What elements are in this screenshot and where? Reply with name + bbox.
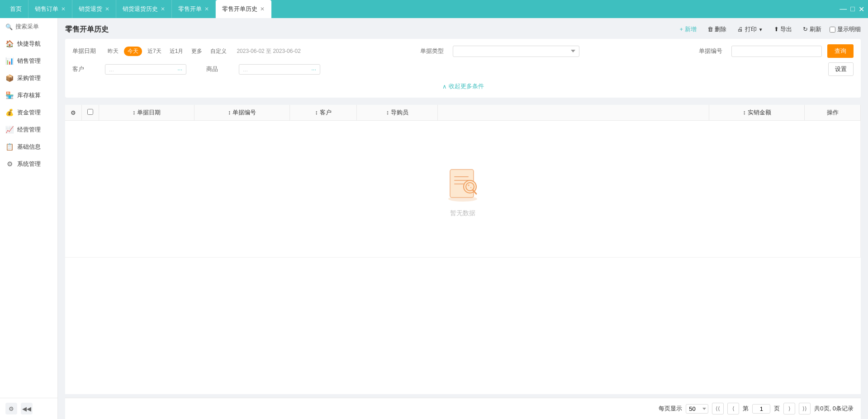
th-salesperson[interactable]: ↕ 导购员 xyxy=(356,105,438,121)
th-date[interactable]: ↕ 单据日期 xyxy=(99,105,194,121)
content-area: 零售开单历史 + 新增 🗑 删除 🖨 打印 ▼ ⬆ 导出 ↻ 刷新 显示明细 xyxy=(58,18,868,419)
sidebar-item-basic-info[interactable]: 📋 基础信息 xyxy=(0,138,57,155)
page-number-input[interactable] xyxy=(752,404,770,414)
per-page-select[interactable]: 50 10 20 100 xyxy=(686,404,708,414)
th-settings[interactable]: ⚙ xyxy=(65,105,82,121)
sidebar-item-sys-mgmt[interactable]: ⚙ 系统管理 xyxy=(0,155,57,173)
empty-text: 暂无数据 xyxy=(450,209,475,217)
sidebar-item-inventory[interactable]: 🏪 库存核算 xyxy=(0,87,57,104)
sidebar: 🔍 搜索采单 🏠 快捷导航 📊 销售管理 📦 采购管理 🏪 库存核算 💰 资金管… xyxy=(0,18,58,419)
top-bar-actions: — □ ✕ xyxy=(840,5,864,14)
last-page-btn[interactable]: ⟩⟩ xyxy=(799,403,811,414)
basic-info-icon: 📋 xyxy=(5,143,14,151)
customer-label: 客户 xyxy=(72,65,100,73)
tab-home[interactable]: 首页 xyxy=(4,0,28,18)
th-customer[interactable]: ↕ 客户 xyxy=(289,105,356,121)
window-minimize-icon[interactable]: — xyxy=(840,5,847,13)
table-settings-icon[interactable]: ⚙ xyxy=(71,109,76,116)
top-tabbar: 首页 销售订单 ✕ 销货退货 ✕ 销货退货历史 ✕ 零售开单 ✕ 零售开单历史 … xyxy=(0,0,868,18)
first-page-btn[interactable]: ⟨⟨ xyxy=(712,403,724,414)
shortcut-more[interactable]: 更多 xyxy=(189,47,205,56)
sidebar-item-finance[interactable]: 💰 资金管理 xyxy=(0,104,57,121)
doc-no-label: 单据编号 xyxy=(699,47,726,55)
sidebar-item-purchase-mgmt[interactable]: 📦 采购管理 xyxy=(0,70,57,87)
svg-point-10 xyxy=(470,187,472,188)
th-spacer xyxy=(438,105,709,121)
shortcut-yesterday[interactable]: 昨天 xyxy=(105,47,121,56)
empty-state: 暂无数据 xyxy=(71,124,855,254)
toolbar: + 新增 🗑 删除 🖨 打印 ▼ ⬆ 导出 ↻ 刷新 显示明细 xyxy=(677,24,861,35)
shortcut-today[interactable]: 今天 xyxy=(124,47,142,56)
sys-mgmt-icon: ⚙ xyxy=(5,160,14,168)
print-button[interactable]: 🖨 打印 ▼ xyxy=(735,24,766,35)
next-page-btn[interactable]: ⟩ xyxy=(783,403,795,414)
inventory-icon: 🏪 xyxy=(5,91,14,99)
query-button[interactable]: 查询 xyxy=(827,44,854,58)
print-dropdown-icon[interactable]: ▼ xyxy=(759,27,763,32)
page-header: 零售开单历史 + 新增 🗑 删除 🖨 打印 ▼ ⬆ 导出 ↻ 刷新 显示明细 xyxy=(58,18,868,39)
date-range-text: 2023-06-02 至 2023-06-02 xyxy=(237,47,300,55)
sidebar-item-quick-nav[interactable]: 🏠 快捷导航 xyxy=(0,35,57,52)
sidebar-item-sales-mgmt[interactable]: 📊 销售管理 xyxy=(0,52,57,70)
shortcut-custom[interactable]: 自定义 xyxy=(208,47,229,56)
refresh-button[interactable]: ↻ 刷新 xyxy=(800,24,824,35)
empty-state-cell: 暂无数据 xyxy=(65,121,861,258)
search-icon: 🔍 xyxy=(5,24,13,30)
pagination-bar: 每页显示 50 10 20 100 ⟨⟨ ⟨ 第 页 ⟩ ⟩⟩ 共0页, 0条记… xyxy=(65,398,861,419)
customer-picker-btn[interactable]: ··· xyxy=(177,66,182,73)
show-detail-checkbox[interactable] xyxy=(830,27,835,33)
total-text: 共0页, 0条记录 xyxy=(814,405,854,413)
delete-button[interactable]: 🗑 删除 xyxy=(705,24,730,35)
sidebar-search[interactable]: 🔍 搜索采单 xyxy=(0,18,57,35)
page-title: 零售开单历史 xyxy=(65,25,109,34)
sales-mgmt-icon: 📊 xyxy=(5,57,14,65)
tab-retail-open[interactable]: 零售开单 ✕ xyxy=(172,0,216,18)
table-wrapper: ⚙ ↕ 单据日期 ↕ 单据编号 xyxy=(65,105,861,394)
shortcut-last-month[interactable]: 近1月 xyxy=(167,47,186,56)
quick-nav-icon: 🏠 xyxy=(5,40,14,48)
show-detail-checkbox-wrapper[interactable]: 显示明细 xyxy=(830,25,861,33)
th-amount[interactable]: ↕ 实销金额 xyxy=(709,105,805,121)
empty-illustration xyxy=(440,160,485,206)
page-label: 第 xyxy=(743,405,749,413)
th-doc-no[interactable]: ↕ 单据编号 xyxy=(194,105,289,121)
add-button[interactable]: + 新增 xyxy=(677,24,699,35)
doc-type-select[interactable] xyxy=(453,46,579,57)
tab-close-sales-return[interactable]: ✕ xyxy=(105,6,109,12)
goods-picker-btn[interactable]: ··· xyxy=(311,66,316,73)
chevron-up-icon: ∧ xyxy=(442,83,447,90)
page-label-suffix: 页 xyxy=(774,405,780,413)
tab-sales-return-history[interactable]: 销货退货历史 ✕ xyxy=(116,0,172,18)
tab-retail-open-history[interactable]: 零售开单历史 ✕ xyxy=(216,0,271,18)
table-header-row: ⚙ ↕ 单据日期 ↕ 单据编号 xyxy=(65,105,861,121)
filter-row-2: 客户 ... ··· 商品 ... ··· 设置 xyxy=(72,62,854,76)
tab-close-sales-order[interactable]: ✕ xyxy=(61,6,66,12)
svg-point-9 xyxy=(468,184,470,186)
tab-close-retail-open-history[interactable]: ✕ xyxy=(260,6,265,12)
shortcut-last7[interactable]: 近7天 xyxy=(145,47,164,56)
tab-close-sales-return-history[interactable]: ✕ xyxy=(161,6,165,12)
export-button[interactable]: ⬆ 导出 xyxy=(771,24,795,35)
doc-no-input[interactable] xyxy=(731,46,822,57)
sidebar-item-ops-mgmt[interactable]: 📈 经营管理 xyxy=(0,121,57,138)
tab-sales-order[interactable]: 销售订单 ✕ xyxy=(28,0,72,18)
finance-icon: 💰 xyxy=(5,108,14,117)
th-actions: 操作 xyxy=(805,105,861,121)
goods-label: 商品 xyxy=(206,65,233,73)
tab-sales-return[interactable]: 销货退货 ✕ xyxy=(72,0,116,18)
select-all-checkbox[interactable] xyxy=(87,109,93,115)
ops-mgmt-icon: 📈 xyxy=(5,126,14,134)
th-checkbox[interactable] xyxy=(82,105,99,121)
prev-page-btn[interactable]: ⟨ xyxy=(727,403,739,414)
tab-close-retail-open[interactable]: ✕ xyxy=(204,6,209,12)
collapse-sidebar-icon[interactable]: ◀◀ xyxy=(21,403,33,414)
settings-button[interactable]: 设置 xyxy=(828,62,854,76)
window-maximize-icon[interactable]: □ xyxy=(850,5,855,13)
per-page-label: 每页显示 xyxy=(659,405,682,413)
settings-bottom-icon[interactable]: ⚙ xyxy=(5,403,17,414)
collapse-more-btn[interactable]: ∧ 收起更多条件 xyxy=(72,80,854,92)
doc-type-label: 单据类型 xyxy=(420,47,447,55)
window-close-icon[interactable]: ✕ xyxy=(859,5,864,14)
filter-area: 单据日期 昨天 今天 近7天 近1月 更多 自定义 2023-06-02 至 2… xyxy=(65,39,861,98)
sidebar-bottom: ⚙ ◀◀ xyxy=(0,398,57,419)
